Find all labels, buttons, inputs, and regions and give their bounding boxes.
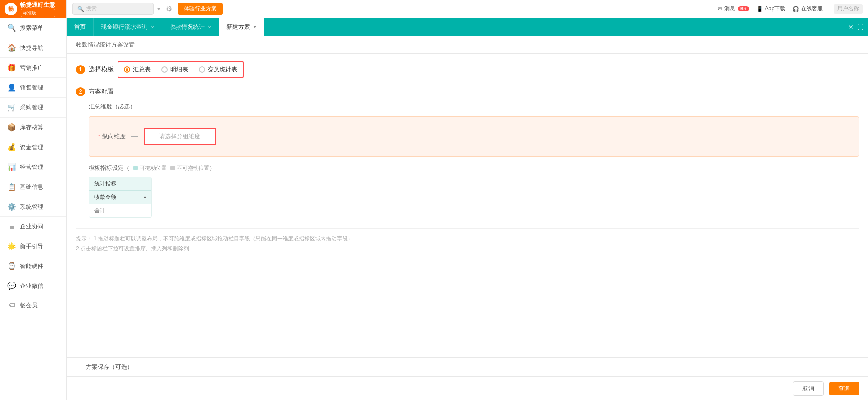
dimension-arrow-icon: — [131,132,138,141]
step1-number: 1 [76,65,85,74]
tab-home[interactable]: 首页 [67,18,94,36]
sidebar-item-marketing[interactable]: 🎁 营销推广 [0,58,66,78]
form-container: 1 选择模板 汇总表 明细表 交叉统计表 [67,54,868,357]
dimension-area: * 纵向维度 — 请选择分组维度 [89,116,859,157]
tabbar-spacer [264,18,844,36]
tab-maximize-icon[interactable]: ⛶ [857,24,863,31]
metrics-col-row: 收款金额 ▾ [89,191,151,204]
online-service-button[interactable]: 🎧 在线客服 [793,5,823,13]
step1-header: 1 选择模板 汇总表 明细表 交叉统计表 [76,61,859,78]
topbar-right: ✉ 消息 99+ 📱 App下载 🎧 在线客服 用户名称 [718,4,863,14]
dropdown-chevron-icon[interactable]: ▾ [157,5,160,12]
gift-icon: 🎁 [7,63,16,72]
radio-detail-dot [161,66,168,73]
notification-button[interactable]: ✉ 消息 99+ [718,5,749,13]
metrics-section: 模板指标设定（ 可拖动位置 不可拖动位置） 统计指标 [89,164,859,219]
metrics-header: 模板指标设定（ 可拖动位置 不可拖动位置） [89,164,859,172]
sidebar-item-search-menu[interactable]: 🔍 搜索菜单 [0,18,66,38]
step2-section: 2 方案配置 汇总维度（必选） * 纵向维度 — 请选择分组维度 [76,87,859,219]
logo-text: 畅捷通好生意 [20,1,55,9]
step1-title: 选择模板 [89,66,114,74]
message-icon: ✉ [718,6,722,12]
dimension-row: * 纵向维度 — 请选择分组维度 [98,128,216,145]
sidebar-item-guide[interactable]: 🌟 新手引导 [0,236,66,256]
tab-collection[interactable]: 收款情况统计 ✕ [162,18,219,36]
logo-icon: 畅 [5,3,17,15]
notification-badge: 99+ [738,6,749,11]
download-icon: 📱 [756,6,763,12]
page-header: 收款情况统计方案设置 [67,36,868,54]
step2-header: 2 方案配置 [76,87,859,96]
gear-icon[interactable]: ⚙ [166,5,172,13]
sidebar-logo: 畅 畅捷通好生意 标准版 [0,0,66,18]
logo-badge: 标准版 [21,9,55,17]
industry-plan-button[interactable]: 体验行业方案 [178,3,223,15]
tab-cashflow-close-icon[interactable]: ✕ [151,24,155,30]
sidebar: 畅 畅捷通好生意 标准版 🔍 搜索菜单 🏠 快捷导航 🎁 营销推广 👤 销售管理… [0,0,67,400]
search-menu-icon: 🔍 [7,24,16,32]
chart-icon: 📊 [7,163,16,171]
sidebar-item-quick-nav[interactable]: 🏠 快捷导航 [0,38,66,58]
sidebar-item-wechat[interactable]: 💬 企业微信 [0,276,66,296]
chat-icon: 💬 [7,282,16,290]
tab-new-plan[interactable]: 新建方案 ✕ [219,18,264,36]
radio-cross-dot [199,66,205,73]
tips-line2: 2.点击标题栏下拉可设置排序、插入列和删除列 [76,244,859,254]
tabbar-actions: ✕ ⛶ [844,18,868,36]
fixed-dot [170,166,175,170]
metrics-table-header: 统计指标 [89,177,151,191]
metrics-total-row: 合计 [89,204,151,217]
tab-collection-close-icon[interactable]: ✕ [208,24,212,30]
sidebar-item-member[interactable]: 🏷 畅会员 [0,296,66,315]
tab-new-plan-close-icon[interactable]: ✕ [253,24,257,30]
sidebar-item-operation[interactable]: 📊 经营管理 [0,157,66,177]
movable-dot [133,166,138,170]
metrics-col-dropdown-icon[interactable]: ▾ [144,195,146,200]
bottom-action-bar: 取消 查询 [67,376,868,400]
query-button[interactable]: 查询 [829,382,859,395]
tab-cashflow[interactable]: 现金银行流水查询 ✕ [94,18,162,36]
tabbar: 首页 现金银行流水查询 ✕ 收款情况统计 ✕ 新建方案 ✕ ✕ ⛶ [67,18,868,36]
sidebar-item-system[interactable]: ⚙️ 系统管理 [0,197,66,217]
clipboard-icon: 📋 [7,183,16,191]
step2-number: 2 [76,87,85,96]
page-title: 收款情况统计方案设置 [76,41,135,48]
radio-cross[interactable]: 交叉统计表 [199,66,237,74]
save-plan-checkbox[interactable] [76,364,82,370]
dimension-section: 汇总维度（必选） * 纵向维度 — 请选择分组维度 [89,103,859,219]
template-options: 汇总表 明细表 交叉统计表 [118,61,244,78]
cancel-button[interactable]: 取消 [793,381,824,396]
sidebar-item-purchase[interactable]: 🛒 采购管理 [0,98,66,118]
step2-title: 方案配置 [89,88,114,96]
app-download-button[interactable]: 📱 App下载 [756,5,785,13]
sidebar-item-hardware[interactable]: ⌚ 智能硬件 [0,256,66,276]
metrics-col-name: 收款金额 [94,193,116,201]
box-icon: 📦 [7,123,16,132]
cart-icon: 🛒 [7,103,16,112]
dimension-section-title: 汇总维度（必选） [89,103,859,111]
tag-icon: 🏷 [7,301,16,310]
user-name: 用户名称 [834,4,863,14]
tab-close-all-icon[interactable]: ✕ [848,24,854,31]
save-plan-label: 方案保存（可选） [86,363,133,371]
step1-section: 1 选择模板 汇总表 明细表 交叉统计表 [76,61,859,78]
dimension-label: * 纵向维度 [98,132,126,141]
search-input[interactable]: 🔍 搜索 [72,3,154,15]
sidebar-item-basic-info[interactable]: 📋 基础信息 [0,177,66,197]
dimension-select-box[interactable]: 请选择分组维度 [144,128,216,145]
money-icon: 💰 [7,143,16,151]
radio-summary-dot [124,66,130,73]
sidebar-item-corp[interactable]: 🖥 企业协同 [0,217,66,236]
sidebar-item-sales[interactable]: 👤 销售管理 [0,78,66,98]
tips-section: 提示： 1.拖动标题栏可以调整布局，不可跨维度或指标区域拖动栏目字段（只能在同一… [76,228,859,259]
radio-summary[interactable]: 汇总表 [124,66,151,74]
radio-detail[interactable]: 明细表 [161,66,188,74]
search-icon: 🔍 [77,6,84,12]
user-icon: 👤 [7,83,16,92]
sidebar-item-finance[interactable]: 💰 资金管理 [0,137,66,157]
sidebar-item-inventory[interactable]: 📦 库存核算 [0,118,66,137]
movable-legend: 可拖动位置 [133,165,167,172]
page-content: 收款情况统计方案设置 1 选择模板 汇总表 明细表 [67,36,868,400]
metrics-table: 统计指标 收款金额 ▾ 合计 [89,177,152,218]
page-footer: 方案保存（可选） [67,357,868,376]
